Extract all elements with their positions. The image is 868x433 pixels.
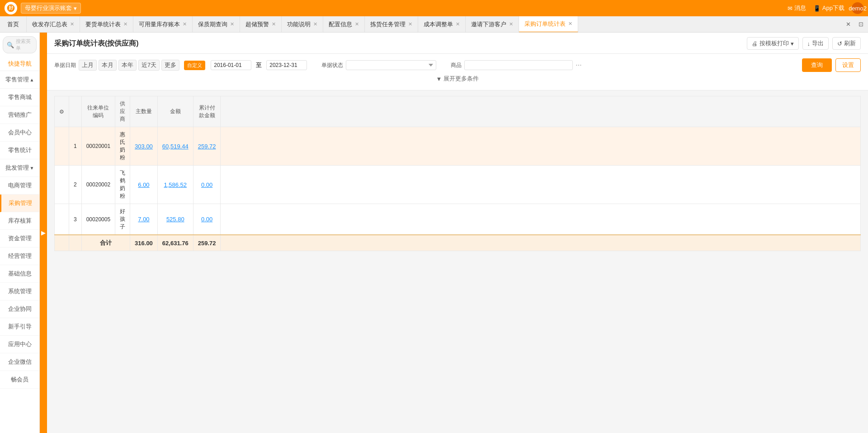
chevron-icon: ▲ [30,77,34,82]
home-tab-label: 首页 [7,20,19,29]
expand-more-btn[interactable]: ▼ 展开更多条件 [436,75,479,83]
tab-invite[interactable]: 邀请下游客户 ✕ [466,16,519,33]
data-table: ⚙ 往来单位编码 供应商 主数量 金额 累计付款金额 1 00020001 惠氏… [54,96,861,251]
message-btn[interactable]: ✉ 消息 [788,4,806,12]
shortcut-more[interactable]: 更多 [161,60,179,71]
sidebar-item-app-center[interactable]: 应用中心 [0,336,39,353]
col-num [69,96,82,127]
sidebar-item-retail-stats[interactable]: 零售统计 [0,142,39,159]
search-input-box[interactable]: 🔍 搜索英单 [3,36,37,53]
close-tab-func-desc[interactable]: ✕ [313,21,317,27]
table-header-row: ⚙ 往来单位编码 供应商 主数量 金额 累计付款金额 [55,96,861,127]
settings-button[interactable]: 设置 [835,58,861,72]
row-settings-cell [55,127,69,166]
row-qty-cell[interactable]: 7.00 [130,204,158,235]
sidebar-item-finance-mgmt[interactable]: 资金管理 [0,230,39,247]
close-tab-cost-adjust[interactable]: ✕ [456,21,460,27]
sidebar-item-ops-mgmt[interactable]: 经营管理 [0,247,39,265]
goods-more-btn[interactable]: ··· [576,61,581,69]
tab-config-info[interactable]: 配置信息 ✕ [323,16,365,33]
tab-cost-adjust[interactable]: 成本调整单 ✕ [418,16,466,33]
close-all-tabs-btn[interactable]: ✕ [843,19,854,30]
export-button[interactable]: ↓ 导出 [802,37,829,50]
col-settings[interactable]: ⚙ [55,96,69,127]
sidebar-search-area: 🔍 搜索英单 [0,33,39,57]
sidebar-item-enterprise-wechat[interactable]: 企业微信 [0,353,39,371]
refresh-button[interactable]: ↺ 刷新 [832,37,861,50]
close-tab-expiry-query[interactable]: ✕ [230,21,234,27]
sidebar-toggle-btn[interactable]: ▶ [40,33,47,433]
close-tab-receive-send[interactable]: ✕ [70,21,74,27]
table-row: 3 00020005 好孩子 7.00 525.80 0.00 [55,204,861,235]
tab-pick-task[interactable]: 拣货任务管理 ✕ [365,16,418,33]
shortcut-last-month[interactable]: 上月 [79,60,97,71]
print-button[interactable]: 🖨 按模板打印 ▾ [747,37,799,50]
sidebar-item-vip[interactable]: 畅会员 [0,371,39,389]
row-paid-cell[interactable]: 0.00 [193,204,221,235]
row-amount-cell[interactable]: 525.80 [157,204,193,235]
tab-receive-send[interactable]: 收发存汇总表 ✕ [27,16,80,33]
sidebar-item-stock-check[interactable]: 库存核算 [0,212,39,230]
row-qty-cell[interactable]: 303.00 [130,127,158,166]
print-dropdown-icon: ▾ [791,40,794,47]
row-paid-cell[interactable]: 0.00 [193,166,221,204]
date-separator: 至 [256,61,262,69]
row-amount-cell[interactable]: 60,519.44 [157,127,193,166]
sidebar-item-ecommerce-mgmt[interactable]: 电商管理 [0,177,39,195]
sidebar-item-enterprise-collab[interactable]: 企业协同 [0,300,39,318]
shortcut-this-year[interactable]: 本年 [118,60,137,71]
quick-nav-btn[interactable]: 快捷导航 [0,57,39,71]
maximize-btn[interactable]: ⊡ [855,19,866,30]
filter-row: 单据日期 上月 本月 本年 近7天 更多 自定义 至 单据状 [54,58,861,72]
date-from-input[interactable] [211,60,251,70]
close-tab-pick-task[interactable]: ✕ [408,21,412,27]
app-download-btn[interactable]: 📱 App下载 [813,4,844,12]
goods-label: 商品 [451,62,462,69]
sidebar-item-wholesale-mgmt[interactable]: 批发管理 ▼ [0,159,39,177]
row-paid-cell[interactable]: 259.72 [193,127,221,166]
tab-overstock[interactable]: 超储预警 ✕ [240,16,282,33]
download-icon: 📱 [813,5,821,12]
close-tab-invite[interactable]: ✕ [509,21,513,27]
tab-home[interactable]: 首页 [0,16,27,33]
status-filter: 单据状态 [321,60,436,70]
close-tab-config-info[interactable]: ✕ [355,21,359,27]
custom-date-label[interactable]: 自定义 [184,61,205,70]
message-icon: ✉ [788,5,793,12]
row-extra-cell [221,166,861,204]
sidebar-item-new-guide[interactable]: 新手引导 [0,318,39,336]
tab-purchase-stats[interactable]: 采购订单统计表 ✕ [519,16,578,33]
close-tab-goods-stats[interactable]: ✕ [123,21,127,27]
tab-goods-stats[interactable]: 要货单统计表 ✕ [80,16,133,33]
sidebar-item-sys-mgmt[interactable]: 系统管理 [0,283,39,300]
footer-amount-cell: 62,631.76 [157,235,193,251]
tab-func-desc[interactable]: 功能说明 ✕ [282,16,323,33]
close-tab-purchase-stats[interactable]: ✕ [568,21,572,27]
close-tab-usable-stock[interactable]: ✕ [183,21,187,27]
sidebar-item-retail-mgmt[interactable]: 零售管理 ▲ [0,71,39,89]
workspace-selector[interactable]: 母婴行业演示账套 ▾ [21,3,81,14]
shortcut-this-month[interactable]: 本月 [99,60,117,71]
sidebar-item-member-center[interactable]: 会员中心 [0,124,39,142]
sidebar-item-retail-mall[interactable]: 零售商城 [0,89,39,106]
date-to-input[interactable] [266,60,307,70]
tab-usable-stock[interactable]: 可用量库存账本 ✕ [133,16,193,33]
export-icon: ↓ [807,40,811,47]
sidebar-item-marketing[interactable]: 营销推广 [0,106,39,124]
chevron-down-icon: ▾ [74,5,77,12]
goods-input[interactable] [464,60,573,70]
row-qty-cell[interactable]: 6.00 [130,166,158,204]
row-amount-cell[interactable]: 1,586.52 [157,166,193,204]
shortcut-7days[interactable]: 近7天 [138,60,160,71]
date-filter: 单据日期 上月 本月 本年 近7天 更多 自定义 [54,60,205,71]
avatar[interactable]: demo2 [852,2,863,14]
query-button[interactable]: 查询 [802,58,832,72]
goods-filter: 商品 ··· [451,60,581,70]
close-tab-overstock[interactable]: ✕ [272,21,276,27]
filter-bar: 单据日期 上月 本月 本年 近7天 更多 自定义 至 单据状 [47,54,868,90]
date-range-from: 至 [211,60,307,70]
sidebar-item-base-info[interactable]: 基础信息 [0,265,39,283]
status-select[interactable] [346,60,436,70]
sidebar-item-purchase-mgmt[interactable]: 采购管理 [0,195,39,212]
tab-expiry-query[interactable]: 保质期查询 ✕ [193,16,240,33]
